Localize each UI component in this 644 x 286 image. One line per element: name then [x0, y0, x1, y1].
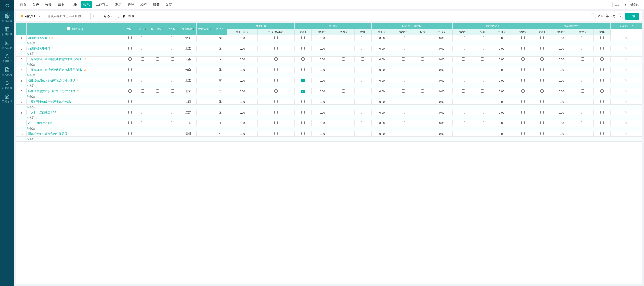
city-filing[interactable]: [393, 35, 414, 41]
client-confirm-checkbox[interactable]: [156, 68, 159, 71]
clear-card[interactable]: [136, 78, 149, 83]
th-client-confirm[interactable]: 客户确认▼: [149, 23, 166, 35]
nav-manage[interactable]: 管理: [125, 1, 137, 8]
paid-tax[interactable]: [166, 67, 180, 73]
vat-payment[interactable]: —: [354, 88, 371, 94]
operation[interactable]: ✎: [611, 99, 642, 105]
fullscreen-btn[interactable]: 全屏: [612, 2, 622, 7]
financial-monthly[interactable]: [295, 99, 311, 105]
paid-tax-checkbox[interactable]: [171, 68, 174, 71]
client-confirm-checkbox[interactable]: [156, 100, 159, 103]
vat-payment[interactable]: [354, 131, 371, 137]
copy-tax-checkbox[interactable]: [128, 111, 132, 114]
th-area[interactable]: 所属地区▼: [180, 23, 197, 35]
nav-tax[interactable]: 报税: [81, 1, 92, 8]
clear-card[interactable]: [136, 46, 149, 51]
vat-filing[interactable]: [333, 57, 354, 62]
stamp-payment[interactable]: [593, 35, 610, 41]
city-filing[interactable]: [393, 88, 414, 94]
edit-icon[interactable]: ✎: [625, 47, 628, 50]
edu-payment[interactable]: [474, 110, 491, 115]
th-stamp-payment[interactable]: 缴费▼: [572, 29, 593, 35]
paid-tax-checkbox[interactable]: [171, 132, 174, 135]
note-pencil-icon[interactable]: ✎: [27, 84, 29, 87]
nav-home[interactable]: 首页: [17, 1, 29, 8]
local-edu-filing[interactable]: [512, 46, 534, 51]
local-edu-payment[interactable]: [534, 35, 551, 41]
search-input[interactable]: [45, 13, 91, 20]
vat-filing[interactable]: [333, 120, 354, 126]
local-edu-filing[interactable]: [512, 99, 534, 105]
sidebar-item-tax-record[interactable]: 报税记录: [0, 65, 14, 78]
named-table-checkbox-label[interactable]: 名下标表: [118, 14, 134, 19]
copy-tax[interactable]: [124, 131, 136, 137]
edit-icon[interactable]: ✎: [625, 68, 628, 72]
client-name[interactable]: （库存核算）直播畅捷通信息技术股份有限...⚠: [27, 57, 124, 62]
edit-icon[interactable]: ✎: [625, 89, 628, 93]
edit-icon[interactable]: ✎: [625, 79, 628, 82]
th-local-payment[interactable]: 缴费▼: [512, 29, 534, 35]
th-vat-payment[interactable]: 缴费▼: [333, 29, 354, 35]
city-filing[interactable]: [393, 57, 414, 62]
prev-date-btn[interactable]: ‹: [591, 13, 596, 19]
edu-payment[interactable]: [474, 131, 491, 137]
city-payment[interactable]: [414, 88, 431, 94]
financial-annual[interactable]: [257, 78, 295, 83]
clear-card-checkbox[interactable]: [141, 57, 144, 61]
th-tax-device[interactable]: 税控设备▼: [197, 23, 213, 35]
copy-tax-checkbox[interactable]: [128, 36, 132, 39]
client-confirm-checkbox[interactable]: [156, 57, 159, 61]
sidebar-item-annual-settlement[interactable]: 汇算清缴: [0, 78, 14, 92]
local-edu-payment[interactable]: [534, 131, 551, 137]
financial-monthly[interactable]: [295, 120, 311, 126]
operation[interactable]: ✎: [611, 88, 642, 94]
operation[interactable]: ✎: [611, 67, 642, 73]
vat-filing[interactable]: [333, 88, 354, 94]
financial-monthly[interactable]: [295, 57, 311, 62]
nav-message[interactable]: 消息: [112, 1, 124, 8]
paid-tax-checkbox[interactable]: [171, 57, 174, 61]
vat-payment[interactable]: [354, 46, 371, 51]
copy-tax[interactable]: [124, 120, 136, 126]
stamp-filing[interactable]: [572, 88, 593, 94]
paid-tax[interactable]: [166, 120, 180, 126]
vat-filing[interactable]: [333, 78, 354, 83]
clear-card-checkbox[interactable]: [141, 36, 144, 39]
copy-tax-checkbox[interactable]: [128, 47, 132, 50]
th-annual-filing[interactable]: 申报(年)▼: [227, 29, 258, 35]
stamp-filing[interactable]: [572, 99, 593, 105]
edit-icon[interactable]: ✎: [625, 100, 628, 104]
edu-filing[interactable]: [453, 57, 474, 62]
clear-card-checkbox[interactable]: [141, 111, 144, 114]
local-edu-payment[interactable]: [534, 99, 551, 105]
client-name[interactable]: 畅捷通信息技术股份有限公司民非测试⚠: [27, 88, 124, 94]
stamp-payment[interactable]: [593, 78, 610, 83]
edu-payment[interactable]: [474, 88, 491, 94]
copy-tax-checkbox[interactable]: [128, 57, 132, 61]
edit-icon[interactable]: ✎: [625, 132, 628, 136]
edu-payment[interactable]: [474, 46, 491, 51]
clear-card[interactable]: [136, 67, 149, 73]
client-name[interactable]: （勿删）江西股宝-LSS: [27, 110, 124, 115]
clear-card-checkbox[interactable]: [141, 100, 144, 103]
client-name[interactable]: 勿删新锐网络通信⚠: [27, 35, 124, 41]
city-payment[interactable]: [414, 120, 431, 126]
edu-filing[interactable]: [453, 67, 474, 73]
sidebar-item-batch-tax[interactable]: 批量报税: [0, 25, 14, 38]
note-pencil-icon[interactable]: ✎: [27, 127, 29, 130]
vat-filing[interactable]: [333, 35, 354, 41]
stamp-filing[interactable]: [572, 78, 593, 83]
copy-tax-checkbox[interactable]: [128, 68, 132, 71]
edu-payment[interactable]: [474, 78, 491, 83]
client-confirm-checkbox[interactable]: [156, 79, 159, 82]
financial-annual[interactable]: [257, 131, 295, 137]
clear-card[interactable]: [136, 57, 149, 62]
financial-monthly[interactable]: [295, 67, 311, 73]
paid-tax[interactable]: [166, 110, 180, 115]
copy-tax-checkbox[interactable]: [128, 121, 132, 124]
financial-annual[interactable]: [257, 120, 295, 126]
vat-payment[interactable]: [354, 120, 371, 126]
stamp-payment[interactable]: [593, 120, 610, 126]
vat-filing[interactable]: [333, 110, 354, 115]
local-edu-filing[interactable]: [512, 78, 534, 83]
